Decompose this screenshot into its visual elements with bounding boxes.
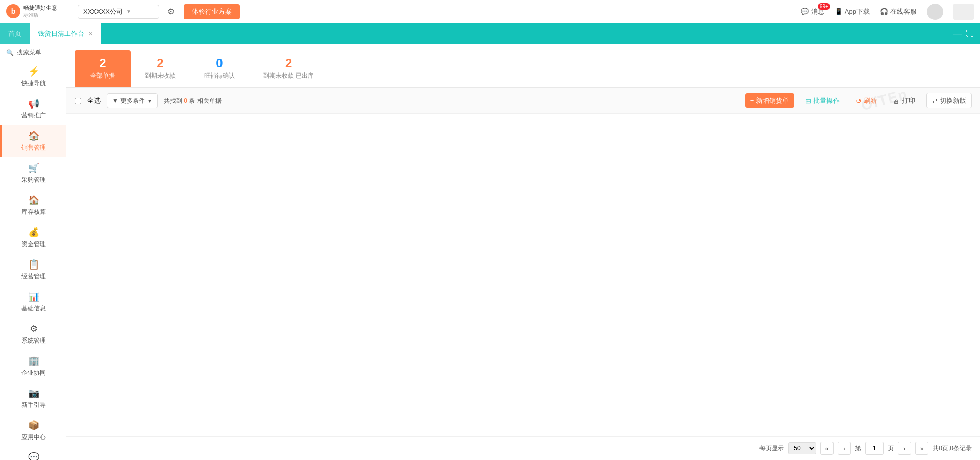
sidebar-label-basic: 基础信息	[21, 304, 46, 313]
sidebar-item-system[interactable]: ⚙ 系统管理	[0, 318, 66, 350]
stat-overdue-out-num: 2	[285, 56, 292, 70]
inventory-icon: 🏠	[28, 195, 39, 206]
app-download-icon: 📱	[835, 8, 843, 15]
switch-version-btn[interactable]: ⇄ 切换新版	[926, 93, 972, 108]
settings-icon[interactable]: ⚙	[163, 4, 179, 19]
message-item[interactable]: 💬 消息 99+	[801, 7, 824, 16]
prev-page-btn[interactable]: ‹	[838, 442, 851, 455]
headset-icon: 🎧	[880, 8, 888, 15]
print-icon: 🖨	[893, 97, 900, 105]
stat-all-label: 全部单据	[90, 71, 115, 80]
system-icon: ⚙	[30, 323, 38, 334]
content-area: 2 全部单据 2 到期未收款 0 旺辅待确认 2 到期未收款 已出库	[66, 44, 980, 460]
stat-wangwang[interactable]: 0 旺辅待确认	[190, 50, 249, 87]
stat-wangwang-label: 旺辅待确认	[204, 71, 235, 80]
company-name: XXXXXX公司	[83, 7, 123, 16]
close-tab-icon[interactable]: ✕	[88, 31, 93, 37]
stat-all[interactable]: 2 全部单据	[75, 50, 131, 87]
sidebar-label-purchase: 采购管理	[21, 176, 46, 184]
app-download-item[interactable]: 📱 App下载	[835, 7, 870, 16]
sidebar-label-marketing: 营销推广	[21, 111, 46, 120]
batch-btn[interactable]: ⊞ 批量操作	[800, 93, 845, 108]
add-order-btn[interactable]: + 新增销货单	[745, 93, 794, 108]
sidebar-item-guide[interactable]: 📷 新手引导	[0, 382, 66, 415]
avatar[interactable]	[927, 4, 943, 20]
sidebar-label-inventory: 库存核算	[21, 208, 46, 216]
chevron-down-icon: ▼	[126, 9, 131, 14]
sidebar-label-enterprise: 企业协同	[21, 369, 46, 377]
quick-nav-icon: ⚡	[28, 66, 39, 77]
marketing-icon: 📢	[28, 98, 39, 109]
per-page-select[interactable]: 50 20 100	[788, 442, 816, 454]
sidebar-item-business[interactable]: 📋 经营管理	[0, 254, 66, 286]
sidebar-item-purchase[interactable]: 🛒 采购管理	[0, 157, 66, 189]
app-version: 标准版	[23, 12, 57, 19]
table-area: OfTEn	[66, 114, 980, 436]
filter-label: 更多条件	[120, 96, 145, 105]
sidebar-item-marketing[interactable]: 📢 营销推广	[0, 93, 66, 125]
maximize-icon[interactable]: ⛶	[966, 29, 974, 38]
filter-btn[interactable]: ▼ 更多条件 ▼	[107, 93, 158, 108]
refresh-btn[interactable]: ↺ 刷新	[851, 93, 882, 108]
sidebar-item-basic[interactable]: 📊 基础信息	[0, 286, 66, 318]
sidebar-item-sales[interactable]: 🏠 销售管理	[0, 125, 66, 157]
last-page-btn[interactable]: »	[915, 442, 928, 455]
toolbar-right: + 新增销货单 ⊞ 批量操作 ↺ 刷新 🖨 打印 ⇄	[745, 93, 972, 108]
select-all-checkbox[interactable]	[75, 98, 81, 104]
purchase-icon: 🛒	[28, 162, 39, 174]
home-tab-label: 首页	[8, 29, 21, 38]
stat-overdue[interactable]: 2 到期未收款	[131, 50, 190, 87]
filter-chevron-icon: ▼	[147, 98, 152, 104]
search-icon: 🔍	[6, 49, 14, 56]
batch-label: 批量操作	[813, 96, 840, 105]
app-name: 畅捷通好生意	[23, 4, 57, 11]
stat-overdue-out[interactable]: 2 到期未收款 已出库	[249, 50, 328, 87]
work-tab-label: 钱货日清工作台	[38, 29, 84, 38]
online-service-item[interactable]: 🎧 在线客服	[880, 7, 917, 16]
sidebar-label-system: 系统管理	[21, 336, 46, 345]
next-page-btn[interactable]: ›	[898, 442, 911, 455]
sidebar-item-enterprise[interactable]: 🏢 企业协同	[0, 350, 66, 382]
found-text: 共找到 0 条 相关单据	[164, 96, 222, 105]
company-selector[interactable]: XXXXXX公司 ▼	[78, 5, 159, 19]
per-page-label: 每页显示	[760, 444, 784, 453]
tab-bar-right: — ⛶	[953, 23, 980, 44]
main-layout: 🔍 搜索菜单 ⚡ 快捷导航 📢 营销推广 🏠 销售管理 🛒 采购管理 🏠 库存核…	[0, 44, 980, 460]
tab-bar: 首页 钱货日清工作台 ✕ — ⛶	[0, 23, 980, 44]
stat-wangwang-num: 0	[216, 56, 223, 70]
stat-all-num: 2	[99, 56, 106, 70]
page-suffix: 页	[888, 444, 894, 453]
sidebar-item-app-center[interactable]: 📦 应用中心	[0, 415, 66, 447]
top-header: b 畅捷通好生意 标准版 XXXXXX公司 ▼ ⚙ 体验行业方案 💬 消息 99…	[0, 0, 980, 23]
filter-icon: ▼	[112, 97, 118, 104]
sidebar-item-capital[interactable]: 💰 资金管理	[0, 222, 66, 254]
logo-area: b 畅捷通好生意 标准版	[6, 4, 72, 18]
select-all-label: 全选	[87, 96, 101, 105]
minimize-icon[interactable]: —	[953, 29, 962, 38]
found-count: 0	[184, 97, 187, 104]
tab-home[interactable]: 首页	[0, 23, 30, 44]
logo-icon: b	[6, 4, 20, 18]
stat-overdue-label: 到期未收款	[145, 71, 176, 80]
search-menu-item[interactable]: 🔍 搜索菜单	[0, 44, 66, 61]
online-service-label: 在线客服	[890, 7, 917, 16]
guide-icon: 📷	[28, 388, 39, 399]
print-btn[interactable]: 🖨 打印	[888, 93, 920, 108]
first-page-btn[interactable]: «	[820, 442, 834, 455]
sales-icon: 🏠	[28, 130, 39, 141]
tab-work[interactable]: 钱货日清工作台 ✕	[30, 23, 101, 44]
stats-row: 2 全部单据 2 到期未收款 0 旺辅待确认 2 到期未收款 已出库	[66, 44, 980, 88]
sidebar: 🔍 搜索菜单 ⚡ 快捷导航 📢 营销推广 🏠 销售管理 🛒 采购管理 🏠 库存核…	[0, 44, 66, 460]
refresh-label: 刷新	[864, 96, 877, 105]
current-page-input[interactable]	[865, 442, 884, 455]
sidebar-item-wechat[interactable]: 💬 企业微信	[0, 447, 66, 460]
wechat-icon: 💬	[28, 452, 39, 460]
watermark: OfTEn	[859, 114, 910, 114]
toolbar: 全选 ▼ 更多条件 ▼ 共找到 0 条 相关单据 + 新增销货单 ⊞ 批量	[66, 88, 980, 114]
app-center-icon: 📦	[28, 420, 39, 431]
header-right: 💬 消息 99+ 📱 App下载 🎧 在线客服	[801, 4, 974, 20]
user-info-area[interactable]	[953, 4, 974, 20]
experience-btn[interactable]: 体验行业方案	[184, 4, 240, 19]
sidebar-item-quick-nav[interactable]: ⚡ 快捷导航	[0, 61, 66, 93]
sidebar-item-inventory[interactable]: 🏠 库存核算	[0, 189, 66, 222]
